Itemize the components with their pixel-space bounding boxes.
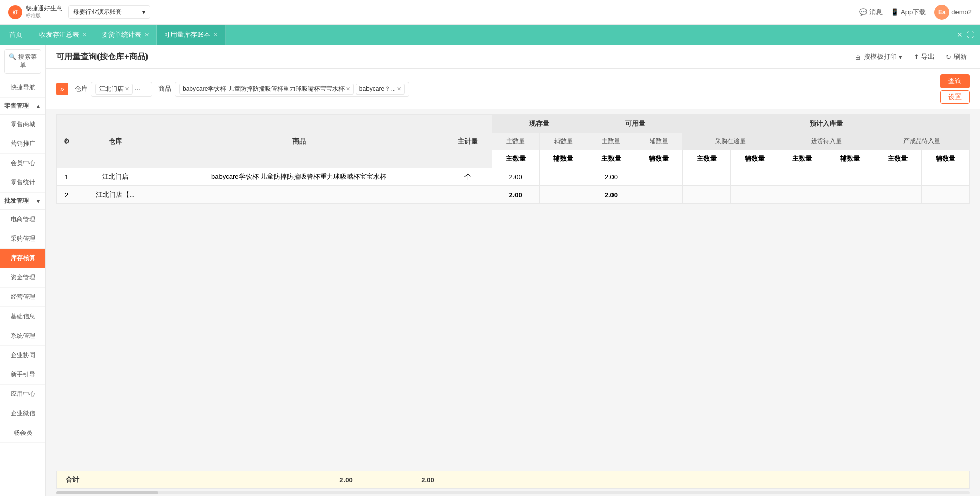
sidebar-item-basic-info[interactable]: 基础信息 [0, 307, 45, 326]
sidebar-item-inventory-check[interactable]: 库存核算 [0, 249, 45, 268]
warehouse-tag-close-icon[interactable]: ✕ [125, 86, 129, 92]
sidebar-item-app-center[interactable]: 应用中心 [0, 385, 45, 404]
row2-incoming-aux [826, 186, 874, 204]
warehouse-tag: 江北门店 ✕ [95, 84, 133, 95]
tab-order-close-icon[interactable]: ✕ [144, 32, 149, 38]
row1-incoming-aux [826, 168, 874, 186]
content-area: 可用量查询(按仓库+商品) 🖨 按模板打印 ▾ ⬆ 导出 ↻ 刷新 » [46, 45, 980, 496]
sidebar-item-enterprise-collab[interactable]: 企业协同 [0, 346, 45, 365]
product-tag-1-close-icon[interactable]: ✕ [346, 86, 350, 92]
product-tag-2-close-icon[interactable]: ✕ [397, 86, 401, 92]
close-window-icon[interactable]: ✕ [957, 31, 963, 39]
scroll-track[interactable] [56, 491, 970, 494]
tab-receive-close-icon[interactable]: ✕ [82, 32, 87, 38]
row1-stock-aux [540, 168, 587, 186]
arrow-down-icon: ▼ [35, 198, 41, 205]
sidebar-item-system-mgmt[interactable]: 系统管理 [0, 326, 45, 346]
sidebar-item-finance[interactable]: 资金管理 [0, 268, 45, 288]
sidebar: 🔍 搜索菜单 快捷导航 零售管理 ▲ 零售商城 营销推广 会员中心 零售统计 批… [0, 45, 46, 496]
arrow-up-icon: ▲ [35, 103, 41, 110]
print-label: 按模板打印 [864, 52, 897, 61]
logo-sub: 标准版 [26, 12, 62, 19]
table-area: ⚙ 仓库 商品 主计量 现存量 可用量 预计入库量 主数量 辅数量 主数量 辅数… [46, 109, 980, 471]
product-tag-2-text: babycare？... [359, 85, 396, 93]
tenant-selector[interactable]: 母婴行业演示账套 ▾ [68, 5, 150, 19]
th-product-main: 主数量 [874, 150, 922, 168]
main-layout: 🔍 搜索菜单 快捷导航 零售管理 ▲ 零售商城 营销推广 会员中心 零售统计 批… [0, 45, 980, 496]
export-icon: ⬆ [914, 53, 919, 61]
filter-expand-btn[interactable]: » [56, 83, 68, 95]
row1-unit: 个 [444, 168, 492, 186]
refresh-btn[interactable]: ↻ 刷新 [943, 50, 970, 63]
th-avail-main: 主数量 [587, 133, 635, 150]
filter-actions: 查询 设置 [940, 74, 970, 104]
sidebar-item-retail-stats[interactable]: 零售统计 [0, 173, 45, 193]
product-filter-tags[interactable]: babycare学饮杯 儿童防摔防撞吸管杯重力球吸嘴杯宝宝水杯 ✕ babyca… [175, 82, 409, 97]
sidebar-item-retail-mall[interactable]: 零售商城 [0, 115, 45, 134]
filter-area: » 仓库 江北门店 ✕ ··· 商品 babycare学饮杯 儿童防摔防撞吸管杯… [46, 69, 980, 109]
message-btn[interactable]: 💬 消息 [859, 8, 883, 17]
tab-receive-summary[interactable]: 收发存汇总表 ✕ [32, 25, 94, 45]
phone-icon: 📱 [891, 8, 899, 16]
tab-order-stats[interactable]: 要货单统计表 ✕ [94, 25, 157, 45]
tab-available-inventory-label: 可用量库存账本 [164, 30, 210, 39]
row1-warehouse: 江北门店 [77, 168, 154, 186]
chevron-down-icon: ▾ [899, 53, 902, 61]
row1-avail-aux [635, 168, 683, 186]
sidebar-item-operations[interactable]: 经营管理 [0, 288, 45, 307]
sidebar-item-marketing[interactable]: 营销推广 [0, 134, 45, 154]
sidebar-item-retail-mgmt[interactable]: 零售管理 ▲ [0, 98, 45, 115]
table-footer: 合计 2.00 2.00 [56, 471, 970, 489]
sidebar-item-member-center[interactable]: 会员中心 [0, 154, 45, 173]
search-menu-btn[interactable]: 🔍 搜索菜单 [4, 49, 41, 74]
warehouse-filter-tags[interactable]: 江北门店 ✕ ··· [91, 82, 152, 97]
tab-available-close-icon[interactable]: ✕ [213, 32, 218, 38]
sidebar-item-ecommerce[interactable]: 电商管理 [0, 210, 45, 229]
row2-index: 2 [57, 186, 77, 204]
sidebar-item-enterprise-wechat[interactable]: 企业微信 [0, 404, 45, 423]
row1-product-aux [922, 168, 970, 186]
row2-avail-main: 2.00 [587, 186, 635, 204]
sidebar-item-quick-nav[interactable]: 快捷导航 [0, 78, 45, 98]
footer-label: 合计 [62, 475, 142, 484]
warehouse-filter-more[interactable]: ··· [135, 85, 140, 93]
query-btn[interactable]: 查询 [940, 74, 970, 88]
th-stock-main: 主数量 [492, 133, 540, 150]
tab-home[interactable]: 首页 [0, 25, 32, 45]
row1-product-main [874, 168, 922, 186]
row1-product: babycare学饮杯 儿童防摔防撞吸管杯重力球吸嘴杯宝宝水杯 [154, 168, 444, 186]
scroll-thumb[interactable] [56, 491, 158, 494]
user-area[interactable]: Ea demo2 [934, 5, 972, 20]
print-btn[interactable]: 🖨 按模板打印 ▾ [852, 50, 905, 63]
th-incoming-aux: 辅数量 [826, 150, 874, 168]
product-filter-group: 商品 babycare学饮杯 儿童防摔防撞吸管杯重力球吸嘴杯宝宝水杯 ✕ bab… [158, 82, 409, 97]
data-table: ⚙ 仓库 商品 主计量 现存量 可用量 预计入库量 主数量 辅数量 主数量 辅数… [56, 114, 970, 204]
export-btn[interactable]: ⬆ 导出 [911, 50, 938, 63]
sidebar-item-wholesale-mgmt[interactable]: 批发管理 ▼ [0, 193, 45, 210]
row2-stock-main: 2.00 [492, 186, 540, 204]
footer-stock-main: 2.00 [326, 476, 366, 484]
product-filter-label: 商品 [158, 84, 172, 93]
th-settings[interactable]: ⚙ [57, 115, 77, 168]
tab-available-inventory[interactable]: 可用量库存账本 ✕ [157, 25, 226, 45]
row2-purchase-aux [730, 186, 778, 204]
user-name: demo2 [951, 8, 972, 16]
th-stock-aux: 辅数量 [540, 133, 587, 150]
row2-avail-aux [635, 186, 683, 204]
logo-text: 畅捷通好生意 [26, 5, 62, 13]
warehouse-filter-group: 仓库 江北门店 ✕ ··· [75, 82, 152, 97]
table-row: 2 江北门店【... 2.00 2.00 [57, 186, 970, 204]
app-download-btn[interactable]: 📱 App下载 [891, 8, 926, 17]
sidebar-item-new-guide[interactable]: 新手引导 [0, 365, 45, 385]
maximize-icon[interactable]: ⛶ [967, 31, 974, 39]
setting-btn[interactable]: 设置 [940, 90, 970, 104]
row2-product-aux [922, 186, 970, 204]
page-title: 可用量查询(按仓库+商品) [56, 52, 148, 62]
sidebar-item-purchase-mgmt[interactable]: 采购管理 [0, 229, 45, 249]
sidebar-item-chang-member[interactable]: 畅会员 [0, 423, 45, 443]
app-download-label: App下载 [901, 8, 926, 17]
th-stock-group: 现存量 [492, 115, 587, 133]
th-product: 商品 [154, 115, 444, 168]
row2-warehouse: 江北门店【... [77, 186, 154, 204]
refresh-icon: ↻ [946, 53, 951, 61]
